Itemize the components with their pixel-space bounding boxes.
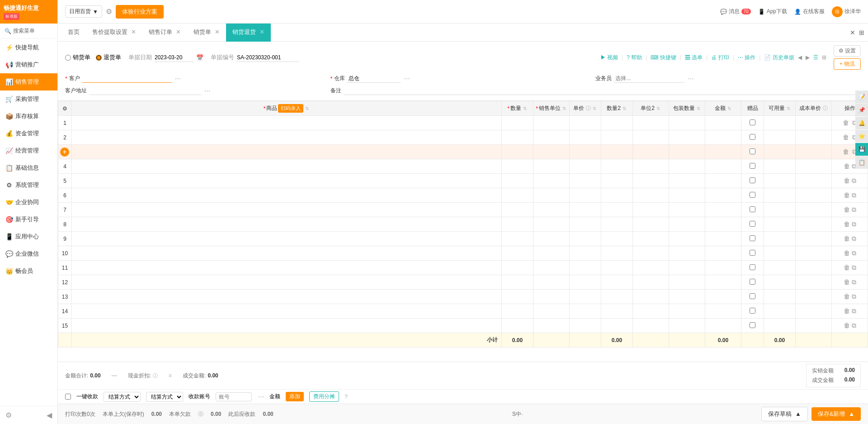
row-2-costprice[interactable] xyxy=(796,130,832,145)
right-btn-2[interactable]: 📌 xyxy=(855,104,868,116)
row-3-product-input[interactable] xyxy=(74,148,500,156)
radio-return-input[interactable] xyxy=(96,55,102,61)
one-click-checkbox[interactable] xyxy=(65,394,71,400)
split-help-icon[interactable]: ? xyxy=(344,394,348,400)
radio-return[interactable]: 退货单 xyxy=(96,53,121,62)
row-1-available[interactable] xyxy=(764,116,796,130)
sidebar-item-sales[interactable]: 📊 销售管理 xyxy=(0,73,57,91)
salesperson-more-icon[interactable]: ··· xyxy=(688,75,693,83)
row-3-unit[interactable] xyxy=(533,145,570,159)
experience-btn[interactable]: 体验行业方案 xyxy=(116,5,164,19)
sort-icon-qty2[interactable]: ⇅ xyxy=(623,106,626,111)
toolbar-help[interactable]: ? 帮助 xyxy=(627,54,642,62)
right-btn-1[interactable]: 📝 xyxy=(855,91,868,103)
del-btn[interactable]: 🗑 xyxy=(844,177,850,184)
copy-btn[interactable]: ⧉ xyxy=(852,322,856,329)
row-3-delete-btn[interactable]: 🗑 xyxy=(843,148,849,155)
address-input[interactable] xyxy=(89,86,202,95)
save-draft-dropdown-icon[interactable]: ▲ xyxy=(795,410,801,417)
salesperson-input[interactable] xyxy=(613,74,685,83)
right-btn-3[interactable]: 🔔 xyxy=(855,117,868,129)
copy-btn[interactable]: ⧉ xyxy=(852,307,856,315)
setting-btn[interactable]: ⚙ 设置 xyxy=(834,45,861,57)
copy-btn[interactable]: ⧉ xyxy=(852,278,856,286)
tab-price-setup-close[interactable]: ✕ xyxy=(131,29,136,35)
row-1-gift-checkbox[interactable] xyxy=(750,119,755,125)
sidebar-item-operations[interactable]: 📈 经营管理 xyxy=(0,142,57,159)
del-btn[interactable]: 🗑 xyxy=(844,293,850,300)
copy-btn[interactable]: ⧉ xyxy=(852,264,856,272)
sidebar-item-purchase[interactable]: 🛒 采购管理 xyxy=(0,91,57,108)
row-2-gift-checkbox[interactable] xyxy=(750,134,755,140)
tab-sales-order[interactable]: 销售订单 ✕ xyxy=(142,24,187,42)
collapse-icon[interactable]: ◀ xyxy=(47,411,52,419)
row-1-qty2[interactable] xyxy=(601,116,633,130)
sort-icon-unit[interactable]: ⇅ xyxy=(562,106,566,111)
date-input[interactable] xyxy=(154,53,194,62)
sidebar-item-enterprise[interactable]: 🤝 企业协同 xyxy=(0,194,57,211)
row-3-qty2[interactable] xyxy=(601,145,633,159)
th-gear[interactable]: ⚙ xyxy=(58,101,72,116)
row-2-available[interactable] xyxy=(764,130,796,145)
row-2-pkg[interactable] xyxy=(669,130,705,145)
tab-menu-icon[interactable]: ⊞ xyxy=(859,29,864,36)
row-1-delete-btn[interactable]: 🗑 xyxy=(843,119,849,126)
account-more-icon[interactable]: ··· xyxy=(258,393,264,401)
nav-prev[interactable]: ◀ xyxy=(798,54,802,61)
row-3-amount[interactable] xyxy=(705,145,741,159)
discount-info-icon[interactable]: ⓘ xyxy=(153,372,158,379)
add-payment-btn[interactable]: 添加 xyxy=(286,392,304,401)
toolbar-shortcut[interactable]: ⌨ 快捷键 xyxy=(651,54,676,62)
add-row-icon[interactable]: + xyxy=(60,148,69,157)
copy-btn[interactable]: ⧉ xyxy=(852,249,856,257)
category-selector[interactable]: 日用百货 ▼ xyxy=(65,5,102,18)
del-btn[interactable]: 🗑 xyxy=(844,191,850,199)
save-new-dropdown-icon[interactable]: ▲ xyxy=(849,410,854,417)
customer-more-icon[interactable]: ··· xyxy=(175,75,181,83)
row-1-unit[interactable] xyxy=(533,116,570,130)
calc-select[interactable]: 结算方式 xyxy=(146,392,183,402)
del-btn[interactable]: 🗑 xyxy=(844,322,850,329)
right-btn-4[interactable]: ⭐ xyxy=(855,130,868,143)
sidebar-item-inventory[interactable]: 📦 库存核算 xyxy=(0,108,57,125)
row-1-price[interactable] xyxy=(570,116,601,130)
right-btn-6[interactable]: 📋 xyxy=(855,156,868,169)
copy-btn[interactable]: ⧉ xyxy=(852,220,856,228)
sidebar-item-finance[interactable]: 💰 资金管理 xyxy=(0,125,57,142)
row-2-amount[interactable] xyxy=(705,130,741,145)
warehouse-input[interactable] xyxy=(347,74,401,83)
doc-num-input[interactable] xyxy=(236,53,299,62)
sidebar-item-basic[interactable]: 📋 基础信息 xyxy=(0,159,57,176)
logistics-btn[interactable]: + 物流 xyxy=(834,58,861,70)
sidebar-item-member[interactable]: 👑 畅会员 xyxy=(0,262,57,280)
sort-icon-pkg[interactable]: ⇅ xyxy=(697,106,700,111)
row-1-pkg[interactable] xyxy=(669,116,705,130)
row-2-qty[interactable] xyxy=(502,130,533,145)
row-1-qty[interactable] xyxy=(502,116,533,130)
account-input[interactable] xyxy=(216,392,252,401)
view-list-icon[interactable]: ☰ xyxy=(813,54,818,61)
row-3-gift[interactable] xyxy=(741,145,764,159)
sidebar-item-system[interactable]: ⚙ 系统管理 xyxy=(0,176,57,194)
tab-sales-return-close[interactable]: ✕ xyxy=(259,29,264,35)
customer-input[interactable] xyxy=(82,74,172,83)
tab-sales-delivery[interactable]: 销货单 ✕ xyxy=(187,24,226,42)
costprice-info-icon[interactable]: ⓘ xyxy=(823,105,828,112)
row-3-gift-checkbox[interactable] xyxy=(750,148,755,154)
right-btn-5-active[interactable]: 💾 xyxy=(855,143,868,156)
app-download-item[interactable]: 📱 App下载 xyxy=(758,8,787,15)
row-2-delete-btn[interactable]: 🗑 xyxy=(843,133,849,141)
copy-btn[interactable]: ⧉ xyxy=(852,177,856,185)
toolbar-select[interactable]: ☰ 选单 xyxy=(685,54,703,62)
row-2-qty2[interactable] xyxy=(601,130,633,145)
message-item[interactable]: 💬 消息 70 xyxy=(720,8,751,15)
row-1-product[interactable] xyxy=(72,116,502,130)
row-1-unit2[interactable] xyxy=(633,116,669,130)
warehouse-more-icon[interactable]: ··· xyxy=(404,75,410,83)
settle-select[interactable]: 结算方式 xyxy=(104,392,141,402)
copy-btn[interactable]: ⧉ xyxy=(852,206,856,214)
remark-input[interactable] xyxy=(343,86,861,95)
row-3-unit2[interactable] xyxy=(633,145,669,159)
topbar-gear-icon[interactable]: ⚙ xyxy=(106,7,112,16)
del-btn[interactable]: 🗑 xyxy=(844,307,850,314)
